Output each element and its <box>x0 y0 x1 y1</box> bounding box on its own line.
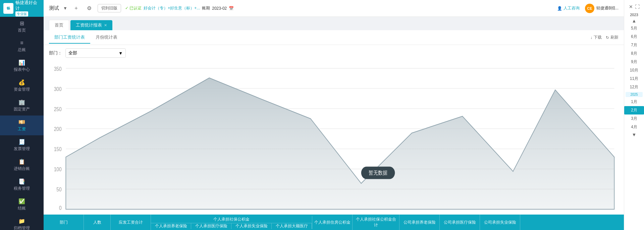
chevron-down-icon: ▼ <box>118 51 123 56</box>
sub-tabs-right: ↓ 下载 ↻ 刷新 <box>590 35 619 40</box>
sub-tab-dept[interactable]: 部门工资统计表 <box>49 32 90 44</box>
sidebar-item-salary[interactable]: 💴 工资 <box>0 116 44 135</box>
month-8[interactable]: 8月 <box>624 49 644 58</box>
sidebar-item-invoice[interactable]: 🧾 发票管理 <box>0 135 44 155</box>
svg-text:0: 0 <box>59 205 62 211</box>
sidebar-item-home[interactable]: ⊞ 首页 <box>0 17 44 37</box>
sub-tabs: 部门工资统计表 月份统计表 ↓ 下载 ↻ 刷新 <box>44 30 624 45</box>
month-10[interactable]: 10月 <box>624 66 644 75</box>
sidebar-item-fund[interactable]: 💰 资金管理 <box>0 76 44 96</box>
content-area: 部门工资统计表 月份统计表 ↓ 下载 ↻ 刷新 部门： 全 <box>44 30 624 230</box>
header-badges: ✓ 已认证 好会计（专）+好生意（标）+... 账期 2023-02 📅 <box>125 5 234 11</box>
company-dropdown[interactable]: ▼ <box>63 6 67 11</box>
add-button[interactable]: ＋ <box>71 4 81 12</box>
month-11[interactable]: 11月 <box>624 75 644 83</box>
ledger-icon: ≡ <box>20 40 23 46</box>
user-menu[interactable]: CE 轻捷通B招... <box>585 4 619 13</box>
col-dept: 部门 <box>44 215 84 230</box>
service-button[interactable]: 👤 人工咨询 <box>557 5 580 11</box>
svg-text:100: 100 <box>54 167 62 173</box>
month-2-2025[interactable]: 2月 <box>624 106 644 114</box>
sidebar-item-tax[interactable]: 📑 税务管理 <box>0 175 44 195</box>
month-4-2025[interactable]: 4月 <box>624 123 644 131</box>
col-total-salary: 应发工资合计 <box>111 215 151 230</box>
col-company-medical: 公司承担医疗保险 <box>440 215 480 230</box>
svg-text:暂无数据: 暂无数据 <box>369 170 387 176</box>
svg-text:50: 50 <box>56 187 61 193</box>
report-icon: 📊 <box>18 59 25 66</box>
invoice-icon: 🧾 <box>18 139 25 145</box>
sidebar-item-ledger[interactable]: ≡ 总账 <box>0 37 44 56</box>
table-header-row: 部门 人数 应发工资合计 个人承担社保公积金 个人承担养老保险 个人承担医疗保险… <box>44 215 624 230</box>
salary-icon: 💴 <box>18 119 25 125</box>
sidebar-item-asset[interactable]: 🏢 固定资产 <box>0 96 44 116</box>
tabs-bar: 首页 工资统计报表 ✕ <box>44 17 624 30</box>
fund-icon: 💰 <box>18 79 25 86</box>
sidebar-item-settle[interactable]: ✅ 结账 <box>0 195 44 215</box>
settings-header-button[interactable]: ⚙ <box>85 4 94 12</box>
month-7[interactable]: 7月 <box>624 41 644 49</box>
tab-close-button[interactable]: ✕ <box>104 23 107 28</box>
svg-text:200: 200 <box>54 127 62 132</box>
download-button[interactable]: ↓ 下载 <box>590 35 602 40</box>
expand-panel-button[interactable]: ⛶ <box>635 4 640 9</box>
col-company-unemployment: 公司承担失业保险 <box>480 215 520 230</box>
close-panel-button[interactable]: ✕ <box>629 4 633 9</box>
col-personal-major-medical: 个人承担大额医疗 <box>272 223 312 229</box>
sidebar-item-purchase[interactable]: 📋 进销台账 <box>0 155 44 175</box>
settle-icon: ✅ <box>18 198 25 204</box>
header-tags: 好会计（专）+好生意（标）+... <box>144 5 200 11</box>
tax-icon: 📑 <box>18 178 25 185</box>
year-2023-label[interactable]: 2023 <box>624 12 644 17</box>
switch-old-version-button[interactable]: 切到旧版 <box>98 4 121 12</box>
tab-salary-report[interactable]: 工资统计报表 ✕ <box>70 20 112 30</box>
col-personal-medical: 个人承担医疗保险 <box>191 223 231 229</box>
calendar-icon[interactable]: 📅 <box>229 6 234 11</box>
svg-text:350: 350 <box>54 66 62 72</box>
filter-label: 部门： <box>49 50 62 56</box>
nav-up-button[interactable]: ▲ <box>624 17 644 24</box>
service-icon: 👤 <box>557 6 562 11</box>
month-1-2025[interactable]: 1月 <box>624 98 644 106</box>
header-right: 👤 人工咨询 CE 轻捷通B招... <box>557 4 619 13</box>
archive-icon: 📁 <box>18 218 25 224</box>
nav-down-button[interactable]: ▼ <box>624 131 644 138</box>
month-12[interactable]: 12月 <box>624 83 644 91</box>
col-company-pension: 公司承担养老保险 <box>399 215 440 230</box>
refresh-button[interactable]: ↻ 刷新 <box>606 35 619 40</box>
refresh-icon: ↻ <box>606 35 609 40</box>
col-personal-insurance-group: 个人承担社保公积金 个人承担养老保险 个人承担医疗保险 个人承担失业保险 个人承… <box>151 216 312 229</box>
sidebar-logo: 畅 畅捷通好会计 专业版 <box>0 0 44 17</box>
company-name: 测试 <box>49 5 59 11</box>
home-icon: ⊞ <box>20 20 24 27</box>
sidebar-item-archive[interactable]: 📁 归档管理 <box>0 215 44 230</box>
col-count: 人数 <box>84 215 111 230</box>
month-3-2025[interactable]: 3月 <box>624 114 644 123</box>
sidebar: 畅 畅捷通好会计 专业版 ⊞ 首页 ≡ 总账 📊 报表中心 💰 资金管理 🏢 固… <box>0 0 44 230</box>
sub-tab-monthly[interactable]: 月份统计表 <box>90 32 123 44</box>
month-5[interactable]: 5月 <box>624 24 644 33</box>
year-2025-badge: 2025 <box>626 92 643 97</box>
logo-icon: 畅 <box>3 3 13 14</box>
month-9[interactable]: 9月 <box>624 58 644 66</box>
col-personal-unemployment: 个人承担失业保险 <box>231 223 272 229</box>
period-label: 账期 <box>202 5 210 11</box>
department-select[interactable]: 全部 ▼ <box>65 48 126 58</box>
tab-home[interactable]: 首页 <box>49 20 69 30</box>
svg-text:300: 300 <box>54 86 62 92</box>
filter-row: 部门： 全部 ▼ <box>44 45 624 61</box>
chart-container: 350 300 250 200 150 100 50 0 <box>44 61 624 215</box>
user-name: 轻捷通B招... <box>596 5 619 11</box>
period-value: 2023-02 <box>212 6 227 11</box>
year-2023-section: 2023 ▲ 5月 6月 7月 8月 9月 10月 11月 12月 2025 1… <box>624 11 644 139</box>
purchase-icon: 📋 <box>18 158 25 165</box>
sidebar-item-report[interactable]: 📊 报表中心 <box>0 56 44 76</box>
logo-text: 畅捷通好会计 专业版 <box>15 0 40 17</box>
user-avatar: CE <box>585 4 594 13</box>
salary-chart: 350 300 250 200 150 100 50 0 <box>49 61 619 215</box>
svg-text:250: 250 <box>54 106 62 112</box>
sub-tabs-left: 部门工资统计表 月份统计表 <box>49 32 123 43</box>
main-area: 测试 ▼ ＋ ⚙ 切到旧版 ✓ 已认证 好会计（专）+好生意（标）+... 账期… <box>44 0 624 230</box>
col-personal-total: 个人承担社保公积金合计 <box>353 215 399 230</box>
month-6[interactable]: 6月 <box>624 33 644 41</box>
